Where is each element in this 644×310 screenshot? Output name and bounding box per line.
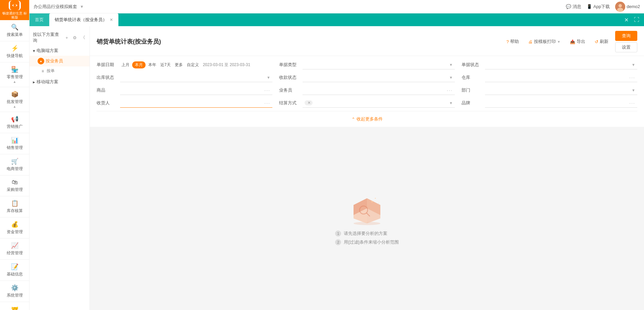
enterprise-icon: 🤝 xyxy=(11,305,18,310)
sidebar-item-search[interactable]: 🔍 搜索菜单 xyxy=(0,20,29,41)
filter-col-order-status: 单据状态 ▼ xyxy=(462,60,637,69)
date-tab-custom[interactable]: 自定义 xyxy=(185,61,200,68)
purchase-icon: 🛍 xyxy=(12,179,18,186)
inventory-icon: 📋 xyxy=(11,200,18,207)
tab-sales-stat[interactable]: 销货单统计表（按业务员） ✕ xyxy=(49,13,118,26)
empty-tip-2: 2 用[过滤]条件来缩小分析范围 xyxy=(335,239,398,245)
warehouse-field[interactable]: ··· xyxy=(485,73,637,82)
sidebar-label-search: 搜索菜单 xyxy=(7,32,23,38)
top-bar-right: 💬 消息 📱 App下载 demo2 xyxy=(566,2,640,12)
sidebar-item-marketing[interactable]: 📢 营销推广 xyxy=(0,112,29,133)
sidebar-item-system[interactable]: ⚙️ 系统管理 xyxy=(0,281,29,302)
help-icon: ? xyxy=(506,39,509,44)
filter-row-1: 单据日期 上月 本月 本年 近7天 更多 自定义 2023-03-01 至 20… xyxy=(97,60,637,69)
collapse-panel-icon: 《 xyxy=(81,35,85,41)
user-avatar xyxy=(615,2,625,12)
out-status-dropdown-icon: ▼ xyxy=(267,75,270,80)
sidebar-item-finance[interactable]: 💰 资金管理 xyxy=(0,217,29,239)
export-btn[interactable]: 📤 导出 xyxy=(567,37,588,46)
template-print-btn[interactable]: 🖨 按模板打印 ▼ xyxy=(526,37,563,46)
receipt-status-field[interactable]: ▼ xyxy=(303,73,455,82)
message-label: 消息 xyxy=(573,4,581,10)
svg-point-4 xyxy=(617,8,623,12)
sidebar-item-sales[interactable]: 📊 销售管理 xyxy=(0,133,29,154)
content-body: 1 请先选择要分析的方案 2 用[过滤]条件来缩小分析范围 xyxy=(90,127,644,310)
add-scheme-btn[interactable]: + xyxy=(63,34,70,41)
out-status-field[interactable]: ▼ xyxy=(120,73,272,82)
date-tab-more[interactable]: 更多 xyxy=(173,61,184,68)
add-icon: + xyxy=(65,35,68,40)
sidebar-item-wholesale[interactable]: 📦 批发管理 ▲ xyxy=(0,87,29,112)
department-field[interactable]: ▼ xyxy=(485,86,637,95)
wholesale-expand-icon: ▲ xyxy=(13,105,16,108)
empty-tip-1: 1 请先选择要分析的方案 xyxy=(335,230,398,237)
brand-field[interactable]: ··· xyxy=(485,98,637,108)
goods-field[interactable]: ··· xyxy=(120,86,272,95)
collapse-label: 收起更多条件 xyxy=(357,116,383,122)
refresh-btn[interactable]: ↺ 刷新 xyxy=(592,37,611,46)
order-type-label: 单据类型 xyxy=(279,62,303,68)
settlement-field[interactable]: ✕ ▼ xyxy=(303,98,455,108)
consignee-field[interactable]: ··· xyxy=(120,98,272,108)
print-dropdown-icon: ▼ xyxy=(557,40,560,44)
sidebar-item-enterprise[interactable]: 🤝 企业协同 xyxy=(0,302,29,310)
app-download-btn[interactable]: 📱 App下载 xyxy=(587,4,610,10)
ecommerce-icon: 🛒 xyxy=(11,158,18,165)
sidebar-item-retail[interactable]: 🏪 零售管理 ▲ xyxy=(0,62,29,87)
settings-icon: ⚙ xyxy=(73,35,77,40)
date-tab-this-month[interactable]: 本月 xyxy=(132,61,146,68)
settings-button[interactable]: 设置 xyxy=(615,42,637,52)
tip-text-1: 请先选择要分析的方案 xyxy=(344,230,387,237)
tab-home[interactable]: 首页 xyxy=(30,13,49,26)
filter-row-3: 商品 ··· 业务员 ··· 部门 xyxy=(97,86,637,95)
filter-col-brand: 品牌 ··· xyxy=(462,98,637,108)
sidebar-item-purchase[interactable]: 🛍 采购管理 xyxy=(0,175,29,196)
page-title: 销货单统计表(按业务员) xyxy=(97,38,161,46)
sidebar-label-inventory: 库存核算 xyxy=(7,208,23,214)
export-label: 导出 xyxy=(577,39,585,45)
tree-grandchild-order[interactable]: ≡ 按单 xyxy=(30,66,90,75)
salesperson-scheme-icon: ● xyxy=(38,58,44,64)
tab-close-icon[interactable]: ✕ xyxy=(110,17,113,22)
sidebar-item-ecommerce[interactable]: 🛒 电商管理 xyxy=(0,154,29,175)
salesperson-field[interactable]: ··· xyxy=(303,86,455,95)
order-status-dropdown-icon: ▼ xyxy=(632,63,635,67)
user-menu-btn[interactable]: demo2 xyxy=(615,2,640,12)
settings-scheme-btn[interactable]: ⚙ xyxy=(71,34,78,41)
top-bar-title: 办公用品行业模拟账套 xyxy=(34,4,77,10)
tab-sales-stat-label: 销货单统计表（按业务员） xyxy=(55,17,107,23)
collapse-filter-btn[interactable]: ⌃ 收起更多条件 xyxy=(350,114,385,124)
tab-close-window-btn[interactable]: ✕ xyxy=(623,15,630,24)
date-label: 单据日期 xyxy=(97,62,120,68)
tab-fullscreen-btn[interactable]: ⛶ xyxy=(633,15,641,24)
settlement-clear-btn[interactable]: ✕ xyxy=(308,101,311,105)
sidebar-item-basic[interactable]: 📝 基础信息 xyxy=(0,260,29,281)
sidebar-item-quick-nav[interactable]: ⚡ 快捷导航 xyxy=(0,41,29,62)
sidebar-item-inventory[interactable]: 📋 库存核算 xyxy=(0,196,29,217)
page-header-actions: ? 帮助 🖨 按模板打印 ▼ 📤 导出 ↺ 刷新 xyxy=(504,31,637,52)
tree-child-salesperson[interactable]: ● 按业务员 xyxy=(30,56,90,66)
order-type-field[interactable]: ▼ xyxy=(303,60,455,69)
top-bar-dropdown-icon[interactable]: ▼ xyxy=(80,4,84,9)
collapse-panel-btn[interactable]: 《 xyxy=(79,34,86,41)
quick-nav-icon: ⚡ xyxy=(11,45,18,52)
settlement-dropdown-icon: ▼ xyxy=(449,101,453,105)
date-tab-this-year[interactable]: 本年 xyxy=(147,61,158,68)
tab-bar-actions: ✕ ⛶ xyxy=(623,15,644,24)
filter-col-date: 单据日期 上月 本月 本年 近7天 更多 自定义 2023-03-01 至 20… xyxy=(97,61,272,68)
receipt-status-label: 收款状态 xyxy=(279,74,303,81)
date-tab-last-7[interactable]: 近7天 xyxy=(159,61,172,68)
message-btn[interactable]: 💬 消息 xyxy=(566,4,581,10)
date-tab-last-month[interactable]: 上月 xyxy=(120,61,131,68)
query-button[interactable]: 查询 xyxy=(615,31,637,41)
system-icon: ⚙️ xyxy=(11,284,18,292)
pc-scheme-parent[interactable]: ▾ 电脑端方案 xyxy=(30,46,90,56)
mobile-scheme-parent[interactable]: ▸ 移动端方案 xyxy=(30,77,90,87)
consignee-label: 收货人 xyxy=(97,100,120,106)
sidebar-item-operation[interactable]: 📈 经营管理 xyxy=(0,239,29,260)
help-btn[interactable]: ? 帮助 xyxy=(504,37,522,46)
message-icon: 💬 xyxy=(566,4,571,9)
order-status-field[interactable]: ▼ xyxy=(485,60,637,69)
filter-col-consignee: 收货人 ··· xyxy=(97,98,272,108)
brand-label: 品牌 xyxy=(462,100,485,106)
